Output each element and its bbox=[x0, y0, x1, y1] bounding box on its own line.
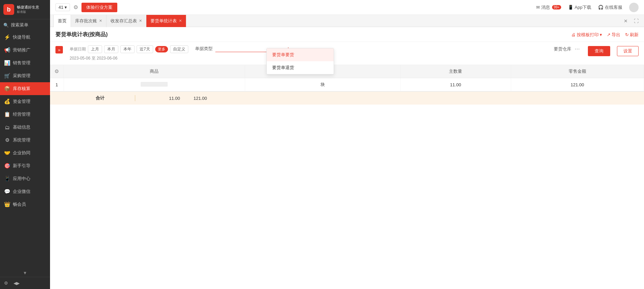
tab-maximize[interactable]: ⛶ bbox=[632, 18, 641, 24]
tab-requisition-summary-close[interactable]: ✕ bbox=[179, 19, 182, 23]
sidebar-item-sales[interactable]: 📊 销售管理 bbox=[0, 57, 50, 69]
table-settings-icon[interactable]: ⚙ bbox=[54, 68, 59, 74]
warehouse-more-btn[interactable]: ··· bbox=[573, 45, 581, 52]
sidebar-label-purchase: 采购管理 bbox=[13, 73, 30, 79]
dropdown-item-requisition-return[interactable]: 要货单退货 bbox=[267, 61, 334, 74]
avatar[interactable] bbox=[629, 3, 639, 12]
header-left: 41 ▾ ⚙ 体验行业方案 bbox=[55, 3, 117, 12]
tab-home[interactable]: 首页 bbox=[53, 15, 71, 27]
date-btn-more[interactable]: 更多 bbox=[155, 46, 168, 52]
sidebar-label-app-center: 应用中心 bbox=[13, 176, 30, 182]
cell-unit: 块 bbox=[245, 78, 400, 91]
store-selector[interactable]: 41 ▾ bbox=[55, 3, 70, 11]
query-button[interactable]: 查询 bbox=[588, 46, 610, 56]
app-name: 畅捷通好生意 bbox=[17, 5, 39, 10]
tab-requisition-summary-label: 要货单统计表 bbox=[150, 18, 177, 24]
filter-bar: » 单据日期 上月 本月 本年 近7天 更多 自定义 2023-05-06 至 … bbox=[50, 42, 644, 65]
date-btn-this-year[interactable]: 本年 bbox=[120, 45, 135, 53]
footer-label: 合计 bbox=[68, 95, 135, 101]
app-download-item[interactable]: 📱 App下载 bbox=[568, 4, 591, 10]
export-icon: ↗ bbox=[607, 32, 611, 37]
export-btn[interactable]: ↗ 导出 bbox=[607, 32, 620, 38]
footer-collapse-icon[interactable]: ◀▶ bbox=[14, 281, 20, 286]
tab-requisition-summary[interactable]: 要货单统计表 ✕ bbox=[146, 15, 186, 27]
marketing-icon: 📢 bbox=[4, 47, 10, 53]
sidebar-label-system: 系统管理 bbox=[13, 137, 30, 143]
sidebar-item-app-center[interactable]: 📱 应用中心 bbox=[0, 172, 50, 185]
filter-expand-btn[interactable]: » bbox=[55, 46, 63, 53]
tab-receivable-summary[interactable]: 收发存汇总表 ✕ bbox=[106, 15, 146, 27]
main-area: 41 ▾ ⚙ 体验行业方案 ✉ 消息 99+ 📱 App下载 🎧 在线客服 bbox=[50, 0, 644, 289]
type-label: 单据类型 bbox=[195, 46, 213, 52]
print-btn[interactable]: 🖨 按模板打印 ▾ bbox=[571, 32, 602, 38]
sidebar-item-basic-info[interactable]: 🗂 基础信息 bbox=[0, 121, 50, 134]
warehouse-label: 要货仓库 bbox=[554, 46, 571, 52]
footer-settings-icon[interactable]: ⚙ bbox=[4, 281, 8, 286]
guide-icon: 🎯 bbox=[4, 163, 10, 169]
top-header: 41 ▾ ⚙ 体验行业方案 ✉ 消息 99+ 📱 App下载 🎧 在线客服 bbox=[50, 0, 644, 15]
store-dropdown-icon: ▾ bbox=[65, 5, 67, 10]
page-title-bar: 要货单统计表(按商品) 🖨 按模板打印 ▾ ↗ 导出 ↻ 刷新 bbox=[50, 27, 644, 42]
industry-btn[interactable]: 体验行业方案 bbox=[81, 3, 117, 12]
date-filter-group: 单据日期 上月 本月 本年 近7天 更多 自定义 2023-05-06 至 20… bbox=[70, 45, 188, 61]
tab-close-all[interactable]: ✕ bbox=[622, 18, 630, 24]
sidebar-search[interactable]: 🔍 搜索菜单 bbox=[0, 19, 50, 31]
enterprise-wechat-icon: 💬 bbox=[4, 188, 10, 195]
message-item[interactable]: ✉ 消息 99+ bbox=[536, 4, 561, 10]
tab-inventory-batch[interactable]: 库存批次账 ✕ bbox=[71, 15, 106, 27]
enterprise-icon: 🤝 bbox=[4, 150, 10, 156]
sidebar-item-operations[interactable]: 📋 经营管理 bbox=[0, 108, 50, 121]
dropdown-item-requisition-order[interactable]: 要货单要货 bbox=[267, 48, 334, 61]
online-service-label: 在线客服 bbox=[605, 4, 622, 10]
sidebar-label-enterprise-wechat: 企业微信 bbox=[13, 188, 30, 195]
date-range: 2023-05-06 至 2023-06-06 bbox=[70, 55, 188, 61]
sidebar-scroll-down[interactable]: ▼ bbox=[0, 269, 50, 277]
inventory-icon: 📦 bbox=[4, 86, 10, 92]
date-btn-last-7-days[interactable]: 近7天 bbox=[137, 45, 153, 53]
membership-icon: 👑 bbox=[4, 201, 10, 207]
cell-product bbox=[64, 78, 245, 91]
search-icon: 🔍 bbox=[3, 23, 9, 28]
app-download-label: App下载 bbox=[575, 4, 591, 10]
th-settings: ⚙ bbox=[50, 65, 64, 78]
print-label: 按模板打印 bbox=[577, 32, 599, 38]
app-logo-icon: b bbox=[3, 4, 14, 15]
sidebar-item-enterprise-wechat[interactable]: 💬 企业微信 bbox=[0, 185, 50, 198]
refresh-btn[interactable]: ↻ 刷新 bbox=[625, 32, 639, 38]
sidebar-item-system[interactable]: ⚙ 系统管理 bbox=[0, 134, 50, 147]
footer-quantity: 11.00 bbox=[162, 96, 187, 101]
sidebar-item-guide[interactable]: 🎯 新手引导 bbox=[0, 159, 50, 172]
th-quantity: 主数量 bbox=[400, 65, 511, 78]
sidebar-item-quick-nav[interactable]: ⚡ 快捷导航 bbox=[0, 31, 50, 44]
tab-inventory-batch-close[interactable]: ✕ bbox=[99, 19, 102, 23]
online-service-item[interactable]: 🎧 在线客服 bbox=[598, 4, 622, 10]
date-options: 单据日期 上月 本月 本年 近7天 更多 自定义 bbox=[70, 45, 188, 53]
date-btn-this-month[interactable]: 本月 bbox=[104, 45, 118, 53]
sidebar-label-enterprise: 企业协同 bbox=[13, 150, 30, 156]
settings-button[interactable]: 设置 bbox=[617, 46, 639, 56]
quick-nav-icon: ⚡ bbox=[4, 34, 10, 40]
cell-quantity: 11.00 bbox=[400, 78, 511, 91]
tab-home-label: 首页 bbox=[58, 18, 67, 24]
sidebar-item-finance[interactable]: 💰 资金管理 bbox=[0, 95, 50, 108]
sidebar-item-purchase[interactable]: 🛒 采购管理 bbox=[0, 69, 50, 82]
message-label: 消息 bbox=[541, 4, 550, 10]
tab-actions: ✕ ⛶ bbox=[622, 18, 641, 24]
sidebar-item-inventory[interactable]: 📦 库存核算 bbox=[0, 82, 50, 95]
warehouse-filter: 要货仓库 ··· bbox=[554, 45, 581, 52]
sidebar-item-marketing[interactable]: 📢 营销推广 bbox=[0, 44, 50, 57]
sidebar-label-quick-nav: 快捷导航 bbox=[13, 34, 30, 40]
table-row: 1 块 11.00 121.00 bbox=[50, 78, 644, 91]
sidebar-item-enterprise[interactable]: 🤝 企业协同 bbox=[0, 147, 50, 159]
date-label: 单据日期 bbox=[70, 46, 86, 52]
date-btn-custom[interactable]: 自定义 bbox=[170, 45, 188, 53]
sidebar-label-marketing: 营销推广 bbox=[13, 47, 30, 53]
sidebar-item-membership[interactable]: 👑 畅会员 bbox=[0, 198, 50, 211]
app-download-icon: 📱 bbox=[568, 5, 573, 10]
cell-index: 1 bbox=[50, 78, 64, 91]
page-content: 要货单统计表(按商品) 🖨 按模板打印 ▾ ↗ 导出 ↻ 刷新 » bbox=[50, 27, 644, 289]
settings-gear-icon[interactable]: ⚙ bbox=[73, 4, 78, 10]
sidebar-label-membership: 畅会员 bbox=[13, 201, 26, 207]
date-btn-last-month[interactable]: 上月 bbox=[88, 45, 102, 53]
tab-receivable-summary-close[interactable]: ✕ bbox=[139, 19, 142, 23]
